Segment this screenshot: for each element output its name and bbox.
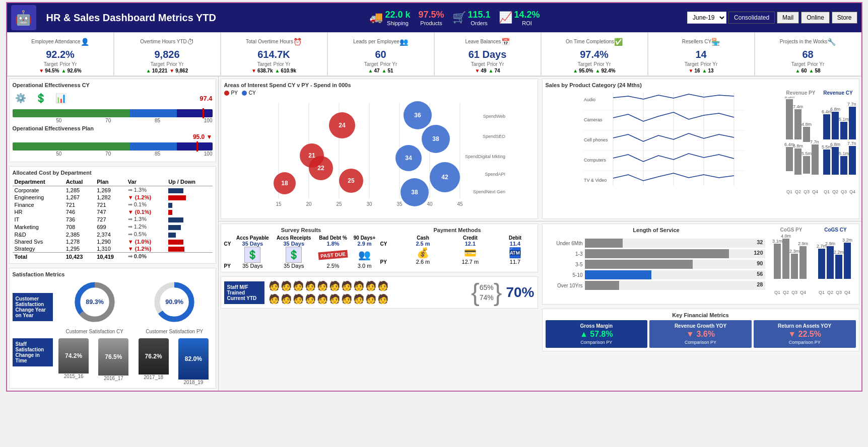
close-brace: } [494,280,502,305]
open-brace: { [471,280,480,305]
spend-legend: PY CY [224,90,535,96]
svg-text:7.7m: 7.7m [810,139,818,144]
male-pct: 65% [480,283,494,291]
oe-icon-3: 📊 [53,90,69,106]
female-figure: 🧑 [329,293,340,305]
female-figures-row: 🧑 🧑 🧑 🧑 🧑 🧑 🧑 🧑 🧑 🧑 [269,293,468,305]
female-figure: 🧑 [353,293,364,305]
oe-icon-2: 💲 [33,90,49,106]
svg-text:4.8m: 4.8m [801,122,811,127]
leads-title: Leads per Employee 👥 [330,35,432,49]
table-row: Shared Svs 1,278 1,290 ▼ (1.0%) [13,238,213,245]
staff-year-4: 2018_19 [183,380,203,385]
bd-py: 2.5% [315,263,351,269]
leads-value: 60 [330,49,432,60]
svg-text:Q2: Q2 [827,290,833,295]
kpi-roi: 📈 14.2% ROI [499,10,540,26]
svg-text:34: 34 [405,155,412,162]
credit-col: Credit [444,235,496,241]
tab-online[interactable]: Online [801,12,830,24]
svg-rect-68 [794,148,802,175]
svg-text:6.8m: 6.8m [830,107,840,112]
survey-payment-grid: Survey Results Accs Payable Accs Receipt… [224,227,535,269]
oe-icon-1: ⚙️ [13,90,29,106]
oe-gauge2: 507085100 [13,142,213,157]
bd-icon: PAST DUE [315,247,351,263]
overtime-ytd-value: 9,826 [116,49,218,60]
los-row-10yrs: Over 10Yrs 28 [548,281,765,290]
bd-cy: 1.8% [315,241,351,247]
donut-cy-svg: 89.3% [72,279,117,325]
cogs-cy-svg: 2.7m 2.9m 2.2m 3.2m Q1 Q2 Q3 [816,234,856,299]
oe-value2: 95.0 ▼ [13,133,213,140]
customer-satisfaction-py: 90.9% Customer Satisfaction PY [137,279,213,334]
staff-mf-label: Staff M/F Trained Current YTD [224,281,264,304]
ap-icon: 💲 [233,247,273,263]
svg-text:TV & Video: TV & Video [584,178,607,183]
kpi-card-overtime-ytd: Overtime Hours YTD ⏱ 9,826 Target Prior … [114,32,221,76]
survey-results: Survey Results Accs Payable Accs Receipt… [224,227,378,269]
female-figure: 🧑 [317,293,328,305]
svg-text:Cameras: Cameras [584,117,603,122]
oe-marker1 [203,108,204,118]
female-figure: 🧑 [293,293,304,305]
los-val-10yrs: 28 [757,281,763,287]
svg-text:15: 15 [276,201,282,207]
dept-title: Allocated Cost by Department [13,170,213,176]
kfm-revenue-growth: Revenue Growth YOY ▼ 3.6% Comparison PY [649,320,752,348]
kpi-card-attendance: Employee Attendance 👤 92.2% Target Prior… [7,32,114,76]
kpi-card-leave: Leave Balances 📅 61 Days Target Prior Yr… [434,32,541,76]
rev-cy-svg: 6.4m 6.8m 5.1m 7.7m 5.5m 6.8m [821,97,856,197]
svg-text:40: 40 [427,201,433,207]
sales-lines-svg: Audio Cameras Cell phones Computers TV &… [546,90,781,196]
cy-row-label: CY [224,241,233,247]
header-kpis: 🚚 22.0 k Shipping 97.5% Products 🛒 [226,10,683,26]
attendance-title: Employee Attendance 👤 [10,35,111,49]
kpi-card-resellers: Resellers CY 🏪 14 Target Prior Yr ▼16 ▲1… [648,32,755,76]
table-row: HR 746 747 ▼ (0.1%) [13,208,213,215]
los-fill-6mth [585,239,623,248]
date-select[interactable]: June-19 [687,12,726,24]
total-overtime-title: Total Overtime Hours ⏰ [223,35,325,49]
rg-value: ▼ 3.6% [652,330,749,339]
female-figure: 🧑 [281,293,292,305]
accs-receipts-col: Accs Receipts [273,235,315,241]
table-row: Corporate 1,285 1,269 ➡ 1.3% [13,186,213,194]
svg-rect-100 [782,239,789,279]
payment-title: Payment Methods [380,227,535,233]
projects-title: Projects in the Works 🔧 [757,35,859,49]
col-updown: Up / Down [166,178,212,186]
tab-mail[interactable]: Mail [777,12,799,24]
svg-text:3.2m: 3.2m [842,238,852,243]
los-row-6mth: Under 6Mth 32 [548,239,765,248]
svg-text:20: 20 [306,201,312,207]
ra-title: Return on Assets YOY [757,323,853,329]
cogs-py: CoGS PY 3.1m 4.0m 2.3m 2.9m [771,227,812,301]
bubble-chart-svg: 15 20 25 30 35 40 45 SpendWeb SpendSEO S… [224,98,535,213]
length-section: Length of Service Under 6Mth 32 [542,224,859,305]
ninety-days-col: 90 Days+ [351,235,378,241]
svg-text:Cell phones: Cell phones [584,137,608,142]
svg-text:25: 25 [336,201,342,207]
svg-text:9.3m: 9.3m [784,97,794,99]
tab-store[interactable]: Store [832,12,857,24]
roi-label: ROI [514,20,540,26]
nd-py: 3.0 m [351,263,378,269]
svg-text:18: 18 [281,180,288,187]
svg-rect-86 [823,150,830,175]
customer-satisfaction-label: Customer Satisfaction Change Year on Yea… [13,293,53,321]
kfm-return-assets: Return on Assets YOY ▼ 22.5% Comparison … [754,320,856,348]
los-label-6mth: Under 6Mth [548,241,583,246]
table-row: Marketing 708 699 ➡ 1.2% [13,223,213,231]
oe-value1: 97.4 [73,95,213,102]
tab-consolidated[interactable]: Consolidated [728,12,775,24]
table-row: Engineering 1,267 1,282 ▼ (1.2%) [13,194,213,201]
bottom-row: Survey Results Accs Payable Accs Receipt… [219,221,861,353]
los-label-1-3: 1-3 [548,251,583,257]
leave-value: 61 Days [437,49,539,60]
svg-text:7.7m: 7.7m [847,141,855,146]
col-plan: Plan [95,178,126,186]
table-row: Finance 721 721 ➡ 0.1% [13,201,213,208]
staff-bars: 74.2% 2015_16 76.5% 2016_17 [55,338,213,385]
ra-value: ▼ 22.5% [757,330,853,339]
